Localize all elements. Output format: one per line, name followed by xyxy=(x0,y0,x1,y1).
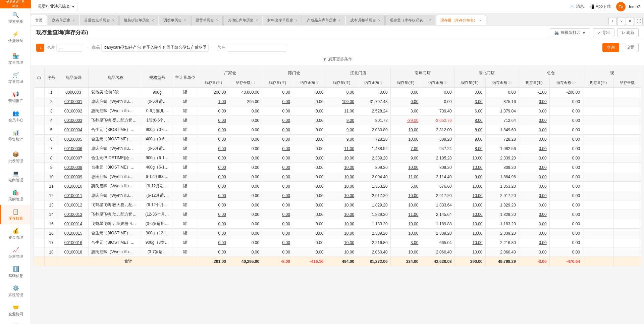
row-total-stock[interactable]: 0.00 xyxy=(519,106,549,116)
user-menu[interactable]: Ea demo2 xyxy=(616,2,640,11)
row-jiangbei-stock[interactable]: 109.00 xyxy=(326,97,357,106)
sidebar-logo[interactable]: 畅捷通好生意 标版 xyxy=(0,0,31,8)
row-settings[interactable] xyxy=(34,172,45,182)
row-chenmen-stock[interactable]: 0.00 xyxy=(262,247,293,257)
sidebar-item-search[interactable]: 🔍 搜索英单 xyxy=(0,8,31,28)
row-settings[interactable] xyxy=(34,88,45,97)
row-code[interactable]: 00100008 xyxy=(58,163,89,172)
tab-stock-multi[interactable]: 分量盘点单历史 × xyxy=(80,15,119,26)
tab-close-other-out[interactable]: × xyxy=(256,18,258,23)
row-jiangbei-stock[interactable]: 10.00 xyxy=(326,191,357,200)
sidebar-item-finance[interactable]: 💰 资金管理 xyxy=(0,224,31,243)
row-factory-stock[interactable]: 200.00 xyxy=(198,88,229,97)
sidebar-item-system[interactable]: ⚙️ 系统管理 xyxy=(0,282,31,301)
row-code[interactable]: 00100005 xyxy=(58,135,89,144)
row-factory-stock[interactable]: 0.00 xyxy=(198,144,229,153)
color-input[interactable] xyxy=(227,44,287,52)
row-settings[interactable] xyxy=(34,106,45,116)
row-code[interactable]: 0000003 xyxy=(58,88,89,97)
row-code[interactable]: 00100015 xyxy=(58,229,89,238)
filter-toggle-btn[interactable]: › xyxy=(36,44,44,52)
sidebar-item-purchase[interactable]: 🛍️ 采购管理 xyxy=(0,186,31,205)
tab-close-cost-adjust[interactable]: × xyxy=(378,18,380,23)
tab-stock-dist[interactable]: 现存量（库存分布表） × xyxy=(436,15,486,26)
row-yuzhong-stock[interactable]: 10.00 xyxy=(454,182,485,191)
row-factory-stock[interactable]: 0.00 xyxy=(198,163,229,172)
row-jiangbei-stock[interactable]: 10.00 xyxy=(326,172,357,182)
sidebar-item-guide[interactable]: 🎯 新手引导 xyxy=(0,320,31,324)
row-settings[interactable] xyxy=(34,219,45,229)
row-chenmen-stock[interactable]: 0.00 xyxy=(262,200,293,210)
row-factory-stock[interactable]: 0.00 xyxy=(198,125,229,135)
tab-next-btn[interactable]: › xyxy=(617,17,625,25)
row-yuzhong-stock[interactable]: 10.00 xyxy=(454,200,485,210)
row-total-stock[interactable]: 0.00 xyxy=(519,210,549,219)
row-jiangbei-stock[interactable]: 10.00 xyxy=(326,163,357,172)
tab-material-out[interactable]: 材料出库单历史 × xyxy=(263,15,302,26)
query-button[interactable]: 查询 xyxy=(602,43,619,52)
row-chenmen-stock[interactable]: 0.00 xyxy=(262,106,293,116)
row-nanan-stock[interactable]: 10.00 xyxy=(390,191,421,200)
row-factory-stock[interactable]: 0.00 xyxy=(198,247,229,257)
print-button[interactable]: 🖨️ 按模版打印 ▼ xyxy=(550,28,590,37)
sidebar-item-retail-mgmt[interactable]: 🏪 零售管理 xyxy=(0,49,31,68)
row-chenmen-stock[interactable]: 0.00 xyxy=(262,219,293,229)
goods-more-icon[interactable]: ··· xyxy=(211,45,215,50)
sidebar-item-quicknav[interactable]: ⚡ 快捷导航 xyxy=(0,28,31,47)
row-jiangbei-stock[interactable]: 10.00 xyxy=(326,182,357,191)
row-yuzhong-stock[interactable]: 10.00 xyxy=(454,153,485,163)
row-nanan-stock[interactable]: 10.00 xyxy=(390,125,421,135)
row-jiangbei-stock[interactable]: 9.00 xyxy=(326,125,357,135)
row-jiangbei-stock[interactable]: 10.00 xyxy=(326,210,357,219)
row-settings[interactable] xyxy=(34,191,45,200)
row-code[interactable]: 00100013 xyxy=(58,210,89,219)
row-yuzhong-stock[interactable]: 10.00 xyxy=(454,229,485,238)
tab-close-all-btn[interactable]: × xyxy=(626,17,634,25)
sidebar-item-marketing[interactable]: 📢 营销推广 xyxy=(0,88,31,107)
row-settings[interactable] xyxy=(34,210,45,219)
row-yuzhong-stock[interactable]: 8.00 xyxy=(454,116,485,125)
row-factory-stock[interactable]: 0.00 xyxy=(198,191,229,200)
row-yuzhong-stock[interactable]: 6.00 xyxy=(454,106,485,116)
row-jiangbei-stock[interactable]: 11.00 xyxy=(326,106,357,116)
row-total-stock[interactable]: 0.00 xyxy=(519,125,549,135)
row-factory-stock[interactable]: 0.00 xyxy=(198,182,229,191)
export-button[interactable]: ↗ 导出 xyxy=(593,28,614,37)
row-code[interactable]: 00100018 xyxy=(58,247,89,257)
tab-close-stock-status[interactable]: × xyxy=(429,18,431,23)
row-chenmen-stock[interactable]: 0.00 xyxy=(262,172,293,182)
tab-stock-single[interactable]: 盘点单历史 × xyxy=(48,15,79,26)
row-code[interactable]: 00100002 xyxy=(58,106,89,116)
row-total-stock[interactable]: 0.00 xyxy=(519,182,549,191)
row-total-stock[interactable]: 0.00 xyxy=(519,238,549,247)
row-settings[interactable] xyxy=(34,238,45,247)
sidebar-item-inventory[interactable]: 📋 库存核算 xyxy=(0,205,31,224)
tab-transfer[interactable]: 调拨单历史 × xyxy=(159,15,191,26)
row-yuzhong-stock[interactable]: 10.00 xyxy=(454,247,485,257)
row-factory-stock[interactable]: 0.00 xyxy=(198,106,229,116)
row-chenmen-stock[interactable]: 0.00 xyxy=(262,88,293,97)
row-code[interactable]: 00100012 xyxy=(58,200,89,210)
row-nanan-stock[interactable]: 9.00 xyxy=(390,153,421,163)
row-settings[interactable] xyxy=(34,153,45,163)
row-jiangbei-stock[interactable]: 0.00 xyxy=(326,88,357,97)
row-chenmen-stock[interactable]: 0.00 xyxy=(262,153,293,163)
row-yuzhong-stock[interactable]: 9.00 xyxy=(454,172,485,182)
row-settings[interactable] xyxy=(34,125,45,135)
row-code[interactable]: 00100006 xyxy=(58,144,89,153)
tab-close-stock-single[interactable]: × xyxy=(72,18,75,23)
row-total-stock[interactable]: 0.00 xyxy=(519,163,549,172)
row-settings[interactable] xyxy=(34,182,45,191)
row-settings[interactable] xyxy=(34,247,45,257)
tab-close-requisition[interactable]: × xyxy=(216,18,218,23)
row-nanan-stock[interactable]: 10.00 xyxy=(390,229,421,238)
goods-input[interactable] xyxy=(101,44,209,52)
warehouse-input[interactable] xyxy=(56,44,83,52)
tab-prev-btn[interactable]: ‹ xyxy=(608,17,616,25)
row-total-stock[interactable]: 0.00 xyxy=(519,172,549,182)
row-chenmen-stock[interactable]: 0.00 xyxy=(262,135,293,144)
row-yuzhong-stock[interactable]: 10.00 xyxy=(454,163,485,172)
row-nanan-stock[interactable]: 7.00 xyxy=(390,144,421,153)
row-jiangbei-stock[interactable]: 10.00 xyxy=(326,238,357,247)
sidebar-item-retail-mall[interactable]: 🛒 零售商城 xyxy=(0,68,31,88)
